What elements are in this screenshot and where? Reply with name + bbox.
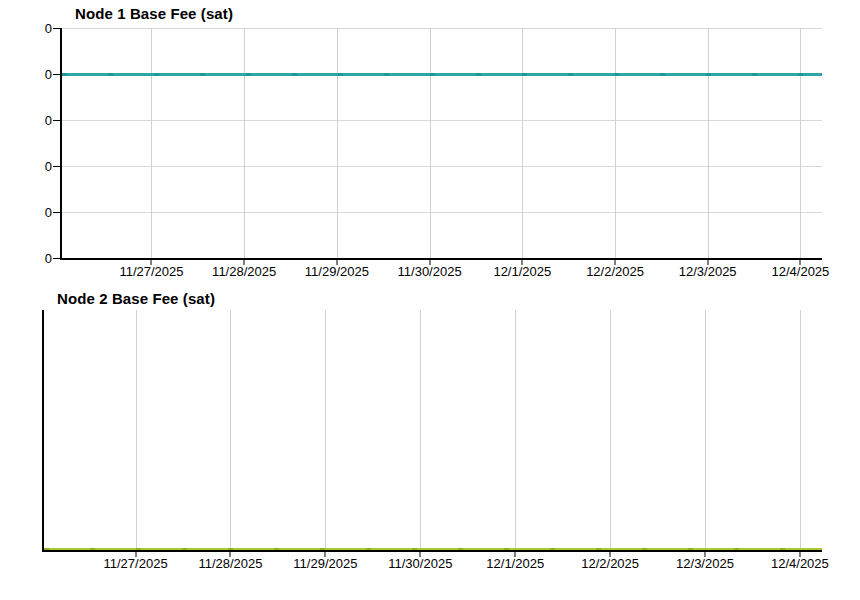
x-axis-label: 12/1/2025	[493, 265, 551, 279]
y-axis-label: 0	[16, 160, 52, 173]
y-axis-tick	[53, 212, 60, 213]
x-axis-label: 12/3/2025	[676, 557, 734, 571]
v-gridline	[610, 310, 611, 550]
x-axis-tick	[336, 260, 337, 265]
x-axis-tick	[230, 552, 231, 557]
v-gridline	[420, 310, 421, 550]
x-axis-tick	[515, 552, 516, 557]
y-axis-tick	[53, 120, 60, 121]
x-axis-label: 11/28/2025	[212, 265, 276, 279]
y-axis-label: 0	[16, 68, 52, 81]
v-gridline	[430, 28, 431, 258]
x-axis-label: 12/4/2025	[771, 265, 829, 279]
h-gridline	[62, 166, 822, 167]
v-gridline	[708, 28, 709, 258]
v-gridline	[615, 28, 616, 258]
x-axis-tick	[429, 260, 430, 265]
x-axis-label: 12/4/2025	[771, 557, 829, 571]
y-axis-tick	[53, 166, 60, 167]
x-axis-label: 11/30/2025	[388, 557, 452, 571]
x-axis-tick	[799, 552, 800, 557]
h-gridline	[62, 28, 822, 29]
x-axis-tick	[420, 552, 421, 557]
data-line	[62, 73, 822, 76]
charts-panel: Node 1 Base Fee (sat) 00000011/27/202511…	[0, 0, 860, 600]
x-axis-label: 11/27/2025	[119, 265, 183, 279]
x-axis-label: 12/2/2025	[586, 265, 644, 279]
x-axis-tick	[135, 552, 136, 557]
v-gridline	[800, 28, 801, 258]
x-axis-label: 12/3/2025	[679, 265, 737, 279]
y-axis-tick	[53, 258, 60, 259]
data-line	[44, 548, 822, 550]
x-axis-tick	[325, 552, 326, 557]
x-axis-tick	[522, 260, 523, 265]
y-axis-label: 0	[16, 252, 52, 265]
v-gridline	[325, 310, 326, 550]
x-axis-label: 12/1/2025	[486, 557, 544, 571]
x-axis-label: 11/30/2025	[398, 265, 462, 279]
plot-area: 11/27/202511/28/202511/29/202511/30/2025…	[42, 310, 822, 552]
h-gridline	[62, 212, 822, 213]
y-axis-tick	[53, 74, 60, 75]
x-axis-tick	[615, 260, 616, 265]
chart-node1-base-fee: Node 1 Base Fee (sat) 00000011/27/202511…	[0, 0, 860, 600]
v-gridline	[136, 310, 137, 550]
h-gridline	[62, 120, 822, 121]
v-gridline	[705, 310, 706, 550]
h-gridline	[62, 74, 822, 75]
plot-area: 00000011/27/202511/28/202511/29/202511/3…	[60, 28, 822, 260]
x-axis-tick	[800, 260, 801, 265]
x-axis-tick	[244, 260, 245, 265]
x-axis-label: 11/29/2025	[293, 557, 357, 571]
x-axis-label: 11/27/2025	[104, 557, 168, 571]
v-gridline	[230, 310, 231, 550]
v-gridline	[522, 28, 523, 258]
chart-title: Node 1 Base Fee (sat)	[75, 5, 233, 22]
y-axis-tick	[53, 28, 60, 29]
chart-title: Node 2 Base Fee (sat)	[57, 290, 215, 307]
v-gridline	[151, 28, 152, 258]
x-axis-label: 12/2/2025	[581, 557, 639, 571]
v-gridline	[337, 28, 338, 258]
v-gridline	[800, 310, 801, 550]
v-gridline	[515, 310, 516, 550]
x-axis-tick	[704, 552, 705, 557]
x-axis-label: 11/28/2025	[198, 557, 262, 571]
y-axis-label: 0	[16, 206, 52, 219]
x-axis-tick	[707, 260, 708, 265]
x-axis-tick	[151, 260, 152, 265]
y-axis-label: 0	[16, 22, 52, 35]
y-axis-label: 0	[16, 114, 52, 127]
x-axis-label: 11/29/2025	[305, 265, 369, 279]
v-gridline	[244, 28, 245, 258]
x-axis-tick	[610, 552, 611, 557]
chart-node2-base-fee: Node 2 Base Fee (sat) 11/27/202511/28/20…	[0, 0, 860, 600]
